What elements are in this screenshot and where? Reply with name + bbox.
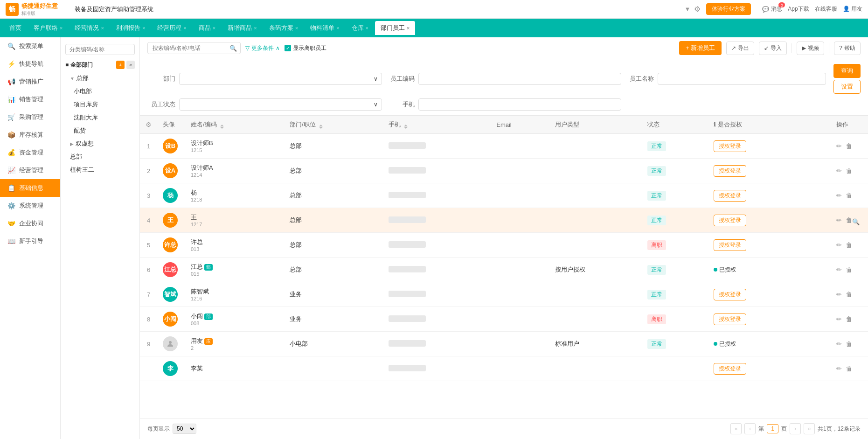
help-button[interactable]: ? 帮助 <box>834 42 861 55</box>
edit-icon[interactable]: ✏ <box>836 167 842 174</box>
emp-name-input[interactable] <box>658 73 826 85</box>
tab-customer[interactable]: 客户联络 × <box>28 21 68 35</box>
close-icon[interactable]: × <box>213 25 215 31</box>
export-button[interactable]: ↗ 导出 <box>726 42 754 55</box>
last-page-btn[interactable]: » <box>804 423 815 434</box>
delete-icon[interactable]: 🗑 <box>846 216 852 224</box>
trial-button[interactable]: 体验行业方案 <box>706 3 751 15</box>
auth-login-button[interactable]: 授权登录 <box>714 289 746 300</box>
auth-login-button[interactable]: 授权登录 <box>714 190 746 202</box>
message-icon-wrap[interactable]: 💬 消息 5 <box>762 5 782 13</box>
sidebar-item-finance[interactable]: 💰 资金管理 <box>0 144 60 161</box>
edit-icon[interactable]: ✏ <box>836 266 842 273</box>
sidebar-item-purchase[interactable]: 🛒 采购管理 <box>0 108 60 126</box>
page-size-select[interactable]: 50 100 200 <box>173 424 196 434</box>
set-button[interactable]: 设置 <box>833 80 861 94</box>
sidebar-item-collab[interactable]: 🤝 企业协同 <box>0 215 60 232</box>
dept-search-input[interactable] <box>65 44 135 55</box>
tab-warehouse[interactable]: 仓库 × <box>346 21 374 35</box>
tab-add-goods[interactable]: 新增商品 × <box>222 21 262 35</box>
delete-icon[interactable]: 🗑 <box>846 192 852 199</box>
dept-item-zsw[interactable]: 植树王二 <box>61 163 139 176</box>
dept-item-sy[interactable]: 沈阳大库 <box>61 111 139 124</box>
next-page-btn[interactable]: › <box>790 423 801 434</box>
auth-login-button[interactable]: 授权登录 <box>714 239 746 251</box>
dept-add-icon[interactable]: + <box>116 61 125 69</box>
dept-item-sx[interactable]: ▶双虚想 <box>61 137 139 150</box>
close-icon[interactable]: × <box>407 25 410 31</box>
delete-icon[interactable]: 🗑 <box>846 315 852 323</box>
sidebar-item-basic[interactable]: 📋 基础信息 <box>0 179 60 197</box>
online-service-link[interactable]: 在线客服 <box>815 5 837 13</box>
close-icon[interactable]: × <box>336 25 339 31</box>
sidebar-item-guide[interactable]: 📖 新手引导 <box>0 232 60 250</box>
prev-page-btn[interactable]: ‹ <box>744 423 756 434</box>
delete-icon[interactable]: 🗑 <box>846 266 852 273</box>
edit-icon[interactable]: ✏ <box>836 142 842 150</box>
edit-icon[interactable]: ✏ <box>836 315 842 323</box>
dept-item-ph[interactable]: 配货 <box>61 124 139 137</box>
tab-business[interactable]: 经营情况 × <box>69 21 109 35</box>
emp-status-select[interactable]: ∨ <box>179 98 382 111</box>
sidebar-item-sales[interactable]: 📊 销售管理 <box>0 91 60 108</box>
emp-code-input[interactable] <box>418 73 621 85</box>
tab-bom[interactable]: 物料清单 × <box>305 21 345 35</box>
dept-select[interactable]: ∨ <box>179 73 382 85</box>
sidebar-item-operation[interactable]: 📈 经营管理 <box>0 161 60 179</box>
phone-input[interactable] <box>418 98 621 111</box>
show-resigned-checkbox[interactable]: ✓ <box>285 45 291 51</box>
close-icon[interactable]: × <box>101 25 104 31</box>
delete-icon[interactable]: 🗑 <box>846 241 852 249</box>
close-icon[interactable]: × <box>295 25 298 31</box>
auth-login-button[interactable]: 授权登录 <box>714 314 746 325</box>
search-input[interactable] <box>147 42 241 54</box>
edit-icon[interactable]: ✏ <box>836 192 842 199</box>
edit-icon[interactable]: ✏ <box>836 340 842 348</box>
auth-login-button[interactable]: 授权登录 <box>714 363 746 375</box>
tab-home[interactable]: 首页 <box>4 21 27 35</box>
tab-barcode[interactable]: 条码方案 × <box>264 21 304 35</box>
auth-login-button[interactable]: 授权登录 <box>714 165 746 177</box>
app-download-link[interactable]: App下载 <box>788 5 809 13</box>
close-icon[interactable]: × <box>183 25 186 31</box>
user-menu[interactable]: 👤 用友 <box>843 5 862 13</box>
close-icon[interactable]: × <box>254 25 257 31</box>
sidebar-item-marketing[interactable]: 📢 营销推广 <box>0 73 60 91</box>
delete-icon[interactable]: 🗑 <box>846 142 852 150</box>
delete-icon[interactable]: 🗑 <box>846 340 852 348</box>
delete-icon[interactable]: 🗑 <box>846 167 852 174</box>
edit-icon[interactable]: ✏ <box>836 241 842 249</box>
dept-item-head[interactable]: ▼总部 <box>61 72 139 85</box>
dept-item-proj[interactable]: 项目库房 <box>61 98 139 111</box>
close-icon[interactable]: × <box>142 25 145 31</box>
edit-icon[interactable]: ✏ <box>836 216 842 224</box>
settings-icon[interactable]: ⚙ <box>146 121 152 128</box>
import-button[interactable]: ↙ 导入 <box>759 42 787 55</box>
query-button[interactable]: 查询 <box>833 64 861 78</box>
tab-department[interactable]: 部门员工 × <box>375 21 415 35</box>
dept-item-zb[interactable]: 总部 <box>61 150 139 163</box>
dept-item-xd[interactable]: 小电部 <box>61 85 139 98</box>
sidebar-item-inventory[interactable]: 📦 库存核算 <box>0 126 60 144</box>
sidebar-item-quick[interactable]: ⚡ 快捷导航 <box>0 55 60 73</box>
edit-icon[interactable]: ✏ <box>836 291 842 298</box>
tab-profit[interactable]: 利润报告 × <box>111 21 151 35</box>
sidebar-item-system[interactable]: ⚙️ 系统管理 <box>0 197 60 215</box>
edit-icon[interactable]: ✏ <box>836 365 842 372</box>
more-conditions-btn[interactable]: ▽ 更多条件 ∧ <box>245 44 280 52</box>
delete-icon[interactable]: 🗑 <box>846 291 852 298</box>
dept-collapse-icon[interactable]: « <box>126 61 135 69</box>
tab-history[interactable]: 经营历程 × <box>152 21 192 35</box>
first-page-btn[interactable]: « <box>730 423 742 434</box>
col-dept[interactable]: 部门/职位 <box>284 116 383 134</box>
sidebar-item-search[interactable]: 🔍 搜索菜单 <box>0 37 60 55</box>
col-name[interactable]: 姓名/编码 <box>185 116 284 134</box>
auth-login-button[interactable]: 授权登录 <box>714 140 746 152</box>
close-icon[interactable]: × <box>366 25 368 31</box>
delete-icon[interactable]: 🗑 <box>846 365 852 372</box>
col-phone[interactable]: 手机 <box>383 116 491 134</box>
add-employee-button[interactable]: + 新增员工 <box>679 41 722 55</box>
video-button[interactable]: ▶ 视频 <box>797 42 824 55</box>
tab-goods[interactable]: 商品 × <box>193 21 221 35</box>
close-icon[interactable]: × <box>60 25 62 31</box>
